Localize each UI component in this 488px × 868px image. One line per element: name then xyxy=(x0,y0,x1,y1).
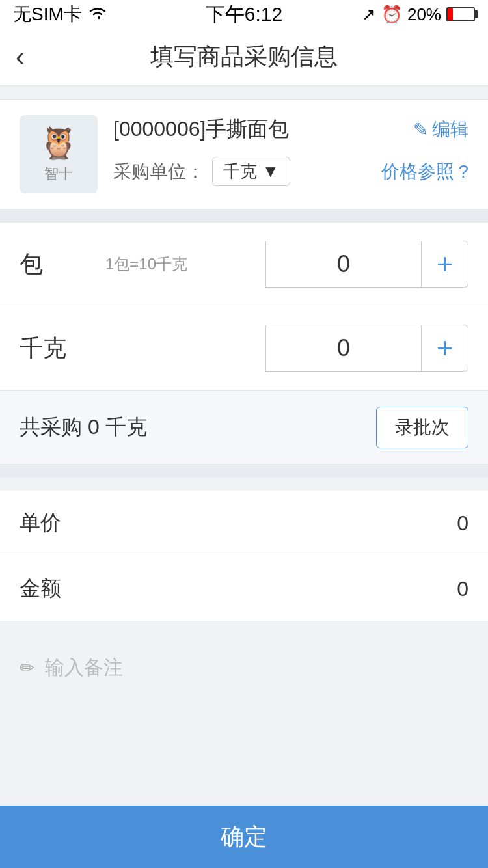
edit-label: 编辑 xyxy=(432,117,468,142)
unit-row: 采购单位： 千克 ▼ xyxy=(113,157,290,186)
confirm-button[interactable]: 确定 xyxy=(0,806,488,868)
product-meta-row: 采购单位： 千克 ▼ 价格参照 ? xyxy=(113,157,468,186)
product-logo: 🦉 智十 xyxy=(20,115,98,193)
section-divider-2 xyxy=(0,465,488,478)
quantity-row-kg: 千克 + xyxy=(0,306,488,390)
quantity-input-wrap-bao: + xyxy=(265,241,468,288)
dropdown-icon: ▼ xyxy=(262,161,279,182)
nav-bar: ‹ 填写商品采购信息 xyxy=(0,29,488,86)
status-time: 下午6:12 xyxy=(206,1,282,28)
battery-percent: 20% xyxy=(407,5,441,25)
battery-icon xyxy=(446,7,475,21)
quantity-row-bao: 包 1包=10千克 + xyxy=(0,223,488,306)
content-wrap: 🦉 智十 [0000006]手撕面包 ✎ 编辑 采购单位： 千克 ▼ xyxy=(0,99,488,868)
status-bar-left: 无SIM卡 xyxy=(13,2,107,27)
product-name: [0000006]手撕面包 xyxy=(113,115,289,144)
note-placeholder: 输入备注 xyxy=(45,655,123,681)
batch-button[interactable]: 录批次 xyxy=(376,407,468,448)
quantity-input-bao[interactable] xyxy=(265,241,422,288)
quantity-label-kg: 千克 xyxy=(20,332,98,364)
price-value-amount: 0 xyxy=(457,577,468,601)
unit-value: 千克 xyxy=(223,160,257,183)
summary-text: 共采购 0 千克 xyxy=(20,413,147,442)
price-section: 单价 0 金额 0 xyxy=(0,491,488,622)
wifi-icon xyxy=(88,4,107,25)
price-ref-button[interactable]: 价格参照 ? xyxy=(381,159,468,184)
status-bar-right: ↗ ⏰ 20% xyxy=(362,5,475,25)
product-name-row: [0000006]手撕面包 ✎ 编辑 xyxy=(113,115,468,144)
logo-text: 智十 xyxy=(44,164,73,183)
summary-row: 共采购 0 千克 录批次 xyxy=(0,390,488,465)
signal-text: 无SIM卡 xyxy=(13,2,82,27)
price-label-unit: 单价 xyxy=(20,509,61,537)
quantity-plus-bao[interactable]: + xyxy=(422,241,468,288)
price-value-unit: 0 xyxy=(457,511,468,536)
pencil-icon: ✏ xyxy=(20,657,34,679)
price-row-unit: 单价 0 xyxy=(0,491,488,556)
quantity-label-bao: 包 xyxy=(20,249,98,280)
section-divider-1 xyxy=(0,210,488,223)
unit-label: 采购单位： xyxy=(113,159,204,184)
product-info: [0000006]手撕面包 ✎ 编辑 采购单位： 千克 ▼ 价格参照 ? xyxy=(113,115,468,186)
location-icon: ↗ xyxy=(362,5,376,25)
edit-button[interactable]: ✎ 编辑 xyxy=(413,117,468,142)
quantity-sublabel-bao: 1包=10千克 xyxy=(105,254,265,275)
help-icon: ? xyxy=(458,161,468,182)
back-button[interactable]: ‹ xyxy=(16,42,24,72)
status-bar: 无SIM卡 下午6:12 ↗ ⏰ 20% xyxy=(0,0,488,29)
page-title: 填写商品采购信息 xyxy=(150,41,338,73)
edit-icon: ✎ xyxy=(413,119,428,141)
quantity-section: 包 1包=10千克 + 千克 + xyxy=(0,223,488,390)
unit-select[interactable]: 千克 ▼ xyxy=(212,157,290,186)
price-label-amount: 金额 xyxy=(20,575,61,603)
confirm-label: 确定 xyxy=(221,821,267,853)
product-card: 🦉 智十 [0000006]手撕面包 ✎ 编辑 采购单位： 千克 ▼ xyxy=(0,99,488,210)
price-row-amount: 金额 0 xyxy=(0,556,488,622)
quantity-plus-kg[interactable]: + xyxy=(422,325,468,372)
quantity-input-wrap-kg: + xyxy=(265,325,468,372)
logo-owl-icon: 🦉 xyxy=(39,125,78,161)
alarm-icon: ⏰ xyxy=(381,5,402,25)
price-ref-label: 价格参照 xyxy=(381,159,454,184)
quantity-input-kg[interactable] xyxy=(265,325,422,372)
